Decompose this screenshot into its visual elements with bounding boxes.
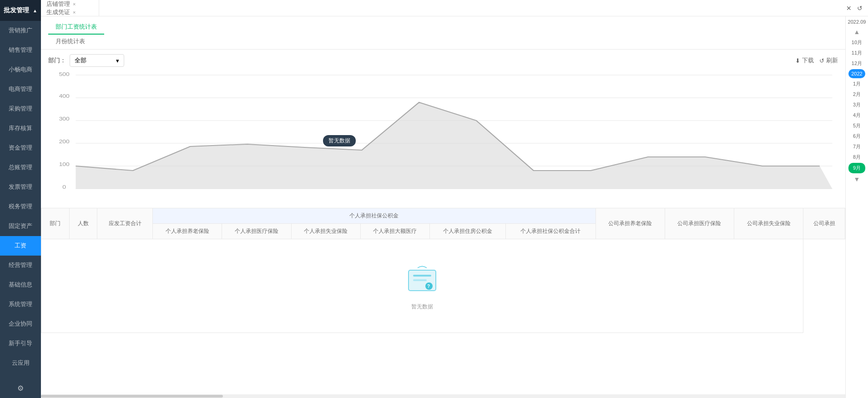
no-data-cell: ? 暂无数据 [41,239,803,333]
toolbar: 部门： 全部 ▾ ⬇ 下载 ↺ 刷新 [41,50,845,71]
col-department: 部门 [41,208,70,239]
refresh-icon: ↺ [819,57,824,64]
download-label: 下载 [802,56,814,65]
sidebar-item-营销推广[interactable]: 营销推广 [0,21,41,40]
timeline-item-10月[interactable]: 10月 [847,37,867,48]
sub-tab-月份统计表[interactable]: 月份统计表 [48,35,104,49]
timeline-up-btn[interactable]: ▲ [852,26,862,37]
col-personal-housing-fund: 个人承担住房公积金 [429,224,505,239]
download-btn[interactable]: ⬇ 下载 [795,56,814,65]
svg-text:300: 300 [59,116,70,121]
tab-close-btn[interactable]: × [73,10,76,15]
sidebar-item-税务管理[interactable]: 税务管理 [0,197,41,217]
sidebar-item-经营管理[interactable]: 经营管理 [0,256,41,275]
main-area: 首页门店商品目录×销售单×店铺管理×生成凭证×应收应付调整单×工资表×工资统计报… [41,0,868,398]
svg-text:?: ? [427,284,430,289]
col-personal-medical: 个人承担医疗保险 [222,224,291,239]
table-wrapper[interactable]: 部门 人数 应发工资合计 个人承担社保公积金 公司承担养老保险 公司承担医疗保险… [41,208,845,394]
timeline-item-6月[interactable]: 6月 [847,131,867,141]
refresh-all-btn[interactable]: ↺ [855,4,864,13]
sidebar-item-新手引导[interactable]: 新手引导 [0,334,41,353]
sidebar-item-采购管理[interactable]: 采购管理 [0,99,41,119]
sidebar-item-固定资产[interactable]: 固定资产 [0,217,41,236]
sub-tab-部门工资统计表[interactable]: 部门工资统计表 [48,20,104,35]
sidebar-item-电商管理[interactable]: 电商管理 [0,80,41,99]
sidebar-item-工资[interactable]: 工资 [0,236,41,256]
chart-area: 500 400 300 200 100 0 [41,71,845,208]
timeline-item-7月[interactable]: 7月 [847,141,867,152]
col-company-other: 公司承担 [803,208,845,239]
timeline-item-4月[interactable]: 4月 [847,110,867,121]
svg-text:200: 200 [59,139,70,144]
svg-rect-15 [413,279,427,281]
refresh-label: 刷新 [826,56,838,65]
timeline-item-11月[interactable]: 11月 [847,48,867,58]
timeline-down-btn[interactable]: ▼ [852,174,862,185]
download-icon: ⬇ [795,57,800,64]
tab-close-btn[interactable]: × [73,1,76,7]
col-personal-total: 个人承担社保公积金合计 [506,224,595,239]
department-label: 部门： [48,56,66,65]
sidebar-item-基础信息[interactable]: 基础信息 [0,275,41,295]
close-all-btn[interactable]: ✕ [844,4,853,13]
col-company-unemployment: 公司承担失业保险 [734,208,803,239]
sidebar-header[interactable]: 批发管理 ▲ [0,0,41,21]
timeline-item-2022[interactable]: 2022 [848,69,865,78]
svg-text:500: 500 [59,71,70,77]
timeline-item-8月[interactable]: 8月 [847,152,867,162]
inner-content: 部门工资统计表月份统计表 部门： 全部 ▾ ⬇ 下载 [41,16,845,398]
timeline-item-5月[interactable]: 5月 [847,121,867,131]
sidebar-item-总账管理[interactable]: 总账管理 [0,158,41,177]
sidebar-item-小畅电商[interactable]: 小畅电商 [0,60,41,80]
scroll-thumb [41,395,223,398]
no-data-icon: ? [404,261,440,297]
svg-text:0: 0 [62,184,66,190]
timeline-item-9月[interactable]: 9月 [848,163,865,173]
department-select-value: 全部 [75,56,86,65]
svg-rect-14 [413,275,431,277]
tab-店铺管理[interactable]: 店铺管理× [41,0,99,8]
sidebar-title: 批发管理 [4,6,29,15]
timeline-year-label: 2022.09 [846,18,868,25]
sidebar-item-发票管理[interactable]: 发票管理 [0,177,41,197]
sidebar-item-系统管理[interactable]: 系统管理 [0,295,41,314]
horizontal-scrollbar[interactable] [41,394,845,398]
tab-bar-end: ✕ ↺ [841,4,868,13]
timeline-item-12月[interactable]: 12月 [847,58,867,69]
sidebar-items: 营销推广销售管理小畅电商电商管理采购管理库存核算资金管理总账管理发票管理税务管理… [0,21,41,373]
chart-svg: 500 400 300 200 100 0 [48,71,838,199]
sub-tab-bar: 部门工资统计表月份统计表 [41,16,845,50]
sidebar-settings-btn[interactable]: ⚙ [0,378,41,398]
data-table: 部门 人数 应发工资合计 个人承担社保公积金 公司承担养老保险 公司承担医疗保险… [41,208,845,333]
department-select[interactable]: 全部 ▾ [70,54,124,67]
timeline-items: 10月11月12月20221月2月3月4月5月6月7月8月9月 [847,37,867,174]
col-company-medical: 公司承担医疗保险 [665,208,734,239]
svg-text:100: 100 [59,161,70,167]
col-group-personal: 个人承担社保公积金 [153,208,595,224]
col-total-salary: 应发工资合计 [97,208,153,239]
no-data-text: 暂无数据 [411,303,433,311]
sidebar-item-企业协同[interactable]: 企业协同 [0,314,41,334]
col-people: 人数 [69,208,97,239]
no-data-container: ? 暂无数据 [47,243,797,329]
tab-bar: 首页门店商品目录×销售单×店铺管理×生成凭证×应收应付调整单×工资表×工资统计报… [41,0,868,16]
timeline-item-3月[interactable]: 3月 [847,100,867,110]
sidebar-item-资金管理[interactable]: 资金管理 [0,138,41,158]
toolbar-left: 部门： 全部 ▾ [48,54,124,67]
tab-label: 生成凭证 [46,8,70,16]
sidebar-item-库存核算[interactable]: 库存核算 [0,119,41,138]
tab-items: 首页门店商品目录×销售单×店铺管理×生成凭证×应收应付调整单×工资表×工资统计报… [41,0,99,16]
sidebar-item-销售管理[interactable]: 销售管理 [0,40,41,60]
sub-tabs: 部门工资统计表月份统计表 [48,20,104,49]
sidebar-item-云应用[interactable]: 云应用 [0,353,41,373]
col-personal-unemployment: 个人承担失业保险 [291,224,360,239]
timeline-item-2月[interactable]: 2月 [847,89,867,100]
tab-label: 店铺管理 [46,0,70,8]
toolbar-right: ⬇ 下载 ↺ 刷新 [795,56,838,65]
sidebar-arrow-icon: ▲ [33,8,37,13]
timeline-item-1月[interactable]: 1月 [847,79,867,89]
dropdown-arrow-icon: ▾ [116,57,119,64]
refresh-btn[interactable]: ↺ 刷新 [819,56,838,65]
tab-生成凭证[interactable]: 生成凭证× [41,8,99,16]
col-personal-large-medical: 个人承担大额医疗 [360,224,429,239]
